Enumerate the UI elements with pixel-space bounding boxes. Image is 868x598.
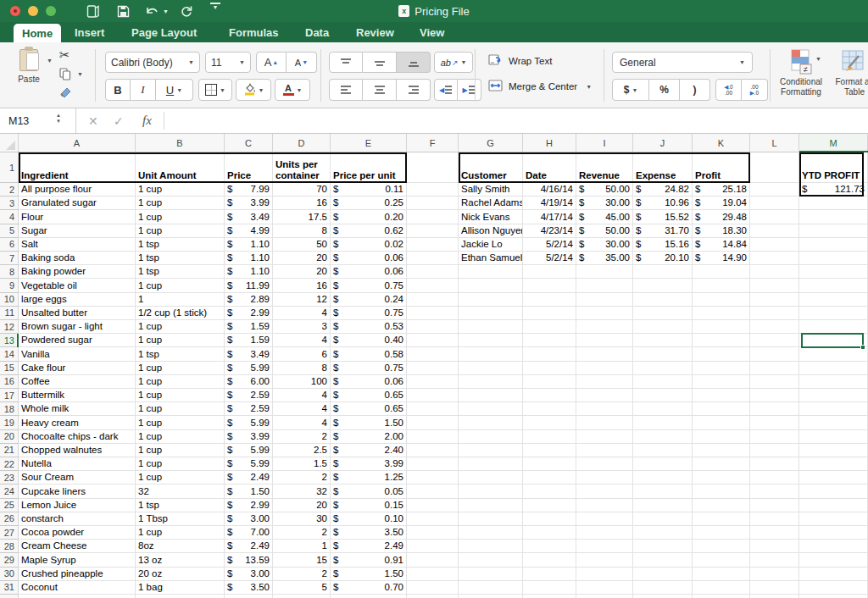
row-header-7[interactable]: 7	[0, 252, 19, 265]
increase-indent-button[interactable]: ▶	[458, 79, 481, 101]
cell-K11[interactable]	[693, 307, 750, 320]
cell-G16[interactable]	[459, 375, 523, 389]
comma-format-button[interactable]: )	[680, 79, 710, 101]
font-color-button[interactable]: A ▼	[275, 79, 310, 101]
col-header-L[interactable]: L	[750, 134, 799, 152]
cell-E1[interactable]: Price per unit	[331, 152, 407, 183]
cell-D24[interactable]: 32	[273, 484, 331, 498]
row-header-9[interactable]: 9	[0, 279, 19, 292]
cell-L21[interactable]	[750, 444, 799, 457]
decrease-decimal-button[interactable]: .00▶.0	[742, 79, 768, 101]
cell-F27[interactable]	[407, 526, 459, 540]
col-header-B[interactable]: B	[136, 134, 225, 152]
cell-H3[interactable]: 4/19/14	[523, 197, 576, 210]
cell-F9[interactable]	[407, 279, 459, 292]
cell-F18[interactable]	[407, 402, 459, 416]
row-header-28[interactable]: 28	[0, 540, 19, 553]
cell-D20[interactable]: 2	[273, 430, 331, 444]
cell-G28[interactable]	[459, 540, 523, 553]
cell-K26[interactable]	[693, 512, 750, 526]
cell-K14[interactable]	[693, 347, 750, 361]
row-header-1[interactable]: 1	[0, 152, 19, 183]
col-header-H[interactable]: H	[523, 134, 576, 152]
cell-G5[interactable]: Allison Nguyen	[459, 224, 523, 238]
cell-B26[interactable]: 1 Tbsp	[136, 512, 225, 526]
cell-I31[interactable]	[576, 581, 633, 595]
cell-F6[interactable]	[407, 238, 459, 252]
cell-I11[interactable]	[576, 307, 633, 320]
tab-insert[interactable]: Insert	[66, 22, 113, 42]
cell-B17[interactable]: 1 cup	[136, 389, 225, 402]
cell-J13[interactable]	[633, 334, 693, 347]
cell-L3[interactable]	[750, 197, 799, 210]
align-bottom-button[interactable]	[397, 52, 431, 73]
cell-D10[interactable]: 12	[273, 293, 331, 307]
cell-I27[interactable]	[576, 526, 633, 540]
cell-D12[interactable]: 3	[273, 320, 331, 334]
cell-K23[interactable]	[693, 471, 750, 484]
cell-H11[interactable]	[523, 307, 576, 320]
cell-G25[interactable]	[459, 499, 523, 512]
row-header-11[interactable]: 11	[0, 307, 19, 320]
cell-F28[interactable]	[407, 540, 459, 553]
cell-A26[interactable]: constarch	[19, 512, 136, 526]
copy-icon[interactable]: ▼	[59, 68, 71, 82]
cell-M11[interactable]	[799, 307, 868, 320]
cell-H18[interactable]	[523, 402, 576, 416]
cell-B11[interactable]: 1/2 cup (1 stick)	[136, 307, 225, 320]
cell-B32[interactable]	[136, 595, 225, 598]
cell-E27[interactable]: $3.50	[331, 526, 407, 540]
cell-F13[interactable]	[407, 334, 459, 347]
cell-C17[interactable]: $2.59	[225, 389, 273, 402]
cell-J14[interactable]	[633, 347, 693, 361]
cell-J2[interactable]: $24.82	[633, 183, 693, 197]
cell-C21[interactable]: $5.99	[225, 444, 273, 457]
row-header-25[interactable]: 25	[0, 499, 19, 512]
tab-data[interactable]: Data	[297, 22, 337, 42]
col-header-I[interactable]: I	[576, 134, 633, 152]
cell-B1[interactable]: Unit Amount	[136, 152, 225, 183]
cell-G10[interactable]	[459, 293, 523, 307]
cell-H15[interactable]	[523, 362, 576, 375]
cell-E13[interactable]: $0.40	[331, 334, 407, 347]
cell-C13[interactable]: $1.59	[225, 334, 273, 347]
cell-I30[interactable]	[576, 568, 633, 581]
cell-G1[interactable]: Customer	[459, 152, 523, 183]
tab-formulas[interactable]: Formulas	[220, 22, 287, 42]
cell-G19[interactable]	[459, 416, 523, 429]
cell-B4[interactable]: 1 cup	[136, 210, 225, 224]
cell-H2[interactable]: 4/16/14	[523, 183, 576, 197]
cell-B10[interactable]: 1	[136, 293, 225, 307]
cell-L4[interactable]	[750, 210, 799, 224]
cell-K4[interactable]: $29.48	[693, 210, 750, 224]
underline-button[interactable]: U▼	[156, 79, 193, 101]
cell-E6[interactable]: $0.02	[331, 238, 407, 252]
cell-G9[interactable]	[459, 279, 523, 292]
cell-J5[interactable]: $31.70	[633, 224, 693, 238]
cell-J16[interactable]	[633, 375, 693, 389]
cell-B27[interactable]: 1 cup	[136, 526, 225, 540]
conditional-formatting-button[interactable]: ≠ ▼ Conditional Formatting	[775, 49, 827, 97]
cell-E8[interactable]: $0.06	[331, 265, 407, 279]
row-header-31[interactable]: 31	[0, 581, 19, 595]
align-right-button[interactable]	[397, 79, 431, 101]
cell-M24[interactable]	[799, 484, 868, 498]
cell-M14[interactable]	[799, 347, 868, 361]
cell-D30[interactable]: 2	[273, 568, 331, 581]
cell-A5[interactable]: Sugar	[19, 224, 136, 238]
cell-H27[interactable]	[523, 526, 576, 540]
format-painter-icon[interactable]	[59, 86, 72, 101]
cell-G20[interactable]	[459, 430, 523, 444]
cell-K3[interactable]: $19.04	[693, 197, 750, 210]
tab-review[interactable]: Review	[348, 22, 403, 42]
cell-L12[interactable]	[750, 320, 799, 334]
cell-A6[interactable]: Salt	[19, 238, 136, 252]
cell-J12[interactable]	[633, 320, 693, 334]
cell-F16[interactable]	[407, 375, 459, 389]
cell-M1[interactable]: YTD PROFIT	[799, 152, 868, 183]
cell-A11[interactable]: Unsalted butter	[19, 307, 136, 320]
cell-B23[interactable]: 1 cup	[136, 471, 225, 484]
cell-H22[interactable]	[523, 457, 576, 471]
cell-E11[interactable]: $0.75	[331, 307, 407, 320]
cell-C19[interactable]: $5.99	[225, 416, 273, 429]
